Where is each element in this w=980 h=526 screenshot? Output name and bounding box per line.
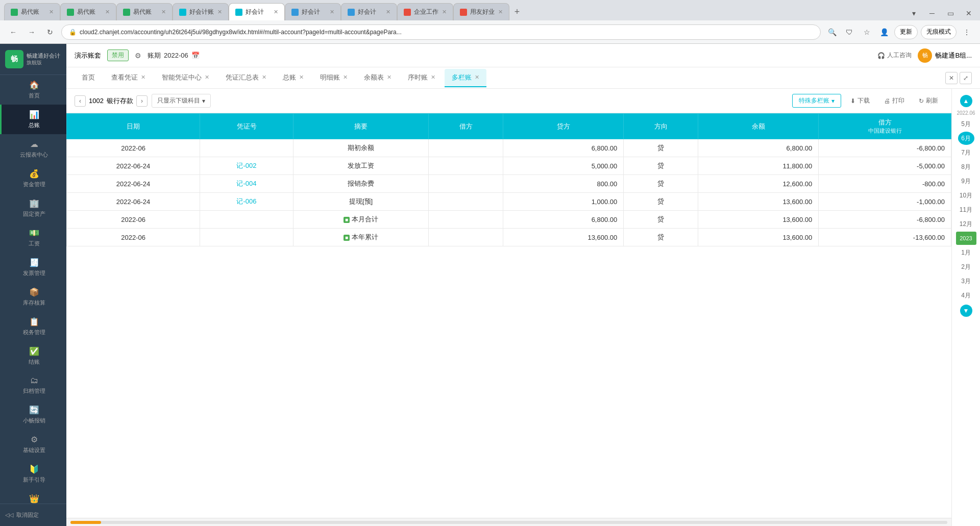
collapse-tab-btn[interactable]: ✕ <box>945 72 958 84</box>
next-account-btn[interactable]: › <box>136 95 148 107</box>
refresh-btn[interactable]: ↻ <box>43 25 57 39</box>
tab-close-smart-voucher[interactable]: ✕ <box>205 74 209 81</box>
browser-tab-6[interactable]: 好会计 ✕ <box>285 3 341 20</box>
url-bar[interactable]: 🔒 cloud2.chanjet.com/accounting/uh26t264… <box>61 24 821 40</box>
tab-close-3[interactable]: ✕ <box>161 9 166 15</box>
sidebar-item-archive[interactable]: 🗂 归档管理 <box>0 371 66 400</box>
forward-btn[interactable]: → <box>24 25 39 39</box>
tab-close-8[interactable]: ✕ <box>442 9 447 15</box>
timeline-month-apr[interactable]: 4月 <box>956 289 976 302</box>
timeline-down-arrow[interactable]: ▼ <box>960 305 972 317</box>
browser-tab-2[interactable]: 易代账 ✕ <box>60 3 116 20</box>
menu-btn[interactable]: ⋮ <box>960 25 974 39</box>
sidebar-item-tax[interactable]: 📋 税务管理 <box>0 312 66 341</box>
browser-tab-5[interactable]: 好会计 ✕ <box>229 3 285 20</box>
sidebar-item-guide[interactable]: 🔰 新手引导 <box>0 459 66 489</box>
browser-tab-7[interactable]: 好会计 ✕ <box>341 3 397 20</box>
profile-icon[interactable]: 👤 <box>877 25 891 39</box>
sidebar-item-inventory[interactable]: 📦 库存核算 <box>0 282 66 312</box>
sidebar-item-assets[interactable]: 🏢 固定资产 <box>0 193 66 223</box>
cell-voucher[interactable]: 记-004 <box>200 175 293 193</box>
tab-close-detail-ledger[interactable]: ✕ <box>343 74 348 81</box>
tab-voucher-summary[interactable]: 凭证汇总表 ✕ <box>218 69 274 87</box>
voucher-link[interactable]: 记-004 <box>236 180 256 187</box>
sidebar-item-ledger[interactable]: 📊 总账 <box>0 105 66 134</box>
tab-close-voucher-summary[interactable]: ✕ <box>262 74 266 81</box>
tab-multi-col[interactable]: 多栏账 ✕ <box>445 69 486 87</box>
timeline-up-arrow[interactable]: ▲ <box>960 95 972 107</box>
tab-view-voucher[interactable]: 查看凭证 ✕ <box>104 69 153 87</box>
timeline-month-jul[interactable]: 7月 <box>956 146 976 159</box>
sidebar-item-salary[interactable]: 💵 工资 <box>0 223 66 253</box>
sidebar-item-invoice[interactable]: 🧾 发票管理 <box>0 253 66 282</box>
tab-close-sequence[interactable]: ✕ <box>431 74 435 81</box>
sidebar-item-home[interactable]: 🏠 首页 <box>0 75 66 105</box>
tab-close-balance[interactable]: ✕ <box>387 74 391 81</box>
tab-general-ledger[interactable]: 总账 ✕ <box>276 69 311 87</box>
back-btn[interactable]: ← <box>6 25 20 39</box>
scroll-thumb[interactable] <box>70 521 101 524</box>
voucher-link[interactable]: 记-002 <box>236 162 256 169</box>
cell-voucher[interactable]: 记-006 <box>200 193 293 211</box>
restore-btn[interactable]: ▭ <box>943 6 958 20</box>
refresh-ledger-btn[interactable]: ↻ 刷新 <box>914 94 943 107</box>
sidebar-item-cloud[interactable]: ☁ 云报表中心 <box>0 134 66 164</box>
tab-home[interactable]: 首页 <box>75 69 102 87</box>
tab-dropdown-btn[interactable]: ▾ <box>906 6 921 20</box>
mode-btn[interactable]: 无痕模式 <box>921 25 957 39</box>
sub-filter-btn[interactable]: 只显示下级科目 ▾ <box>152 94 211 108</box>
timeline-month-sep[interactable]: 9月 <box>956 174 976 188</box>
timeline-month-nov[interactable]: 11月 <box>956 203 976 216</box>
timeline-month-oct[interactable]: 10月 <box>956 189 976 202</box>
shield-icon[interactable]: 🛡 <box>842 25 856 39</box>
tab-close-7[interactable]: ✕ <box>386 9 390 15</box>
tab-close-5[interactable]: ✕ <box>274 9 278 15</box>
browser-tab-1[interactable]: 易代账 ✕ <box>4 3 60 20</box>
tab-close-6[interactable]: ✕ <box>330 9 334 15</box>
tab-close-4[interactable]: ✕ <box>217 9 222 15</box>
tab-close-view-voucher[interactable]: ✕ <box>141 74 145 81</box>
search-icon[interactable]: 🔍 <box>825 25 839 39</box>
tab-detail-ledger[interactable]: 明细账 ✕ <box>313 69 355 87</box>
sidebar-item-fund[interactable]: 💰 资金管理 <box>0 164 66 193</box>
minimize-btn[interactable]: ─ <box>925 6 939 20</box>
sidebar-item-settings[interactable]: ⚙ 基础设置 <box>0 430 66 459</box>
timeline-month-dec[interactable]: 12月 <box>956 217 976 231</box>
prev-account-btn[interactable]: ‹ <box>75 95 86 107</box>
star-icon[interactable]: ☆ <box>860 25 874 39</box>
browser-tab-3[interactable]: 易代账 ✕ <box>116 3 173 20</box>
tab-close-general-ledger[interactable]: ✕ <box>299 74 304 81</box>
browser-tab-4[interactable]: 好会计账 ✕ <box>173 3 229 20</box>
voucher-link[interactable]: 记-006 <box>236 197 256 205</box>
browser-tab-8[interactable]: 企业工作 ✕ <box>397 3 453 20</box>
timeline-month-jun[interactable]: 6月 <box>958 132 974 145</box>
tab-close-multi-col[interactable]: ✕ <box>475 74 479 81</box>
tab-sequence[interactable]: 序时账 ✕ <box>401 69 443 87</box>
tab-balance[interactable]: 余额表 ✕ <box>357 69 399 87</box>
timeline-month-aug[interactable]: 8月 <box>956 160 976 173</box>
tab-close-1[interactable]: ✕ <box>49 9 54 15</box>
print-btn[interactable]: 🖨 打印 <box>879 94 910 107</box>
cell-voucher[interactable]: 记-002 <box>200 157 293 175</box>
sidebar-item-member[interactable]: 👑 畅会员 <box>0 489 66 504</box>
tab-close-9[interactable]: ✕ <box>498 9 503 15</box>
timeline-month-mar[interactable]: 3月 <box>956 274 976 288</box>
new-tab-button[interactable]: + <box>509 4 525 19</box>
timeline-month-may[interactable]: 5月 <box>956 117 976 131</box>
unpin-btn[interactable]: ◁◁ 取消固定 <box>5 509 61 521</box>
timeline-month-jan[interactable]: 1月 <box>956 246 976 259</box>
download-btn[interactable]: ⬇ 下载 <box>845 94 875 107</box>
incognito-btn[interactable]: 更新 <box>894 25 918 39</box>
settings-gear-icon[interactable]: ⚙ <box>135 52 141 60</box>
timeline-month-feb[interactable]: 2月 <box>956 260 976 273</box>
multi-col-btn[interactable]: 特殊多栏账 ▾ <box>792 94 841 108</box>
expand-tab-btn[interactable]: ⤢ <box>960 72 972 84</box>
tab-close-2[interactable]: ✕ <box>105 9 110 15</box>
tab-smart-voucher[interactable]: 智能凭证中心 ✕ <box>155 69 216 87</box>
close-window-btn[interactable]: ✕ <box>962 6 976 20</box>
sidebar-item-close[interactable]: ✅ 结账 <box>0 341 66 371</box>
scroll-area[interactable] <box>66 518 951 526</box>
sidebar-item-expense[interactable]: 🔄 小畅报销 <box>0 400 66 430</box>
browser-tab-9[interactable]: 用友好业 ✕ <box>453 3 509 20</box>
consult-btn[interactable]: 🎧 人工咨询 <box>877 51 912 60</box>
